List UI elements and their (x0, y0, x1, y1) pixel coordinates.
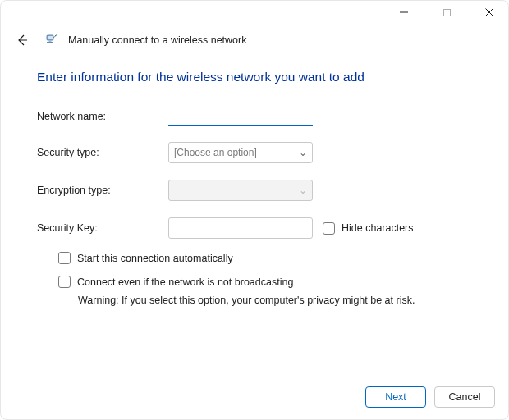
chevron-down-icon: ⌄ (299, 185, 307, 196)
connect-hidden-checkbox[interactable] (58, 276, 71, 288)
maximize-icon (443, 8, 452, 17)
auto-connect-checkbox[interactable] (58, 252, 71, 264)
chevron-down-icon: ⌄ (299, 147, 307, 158)
row-encryption-type: Encryption type: ⌄ (37, 180, 487, 201)
row-security-key: Security Key: Hide characters (37, 217, 487, 239)
network-name-input[interactable] (168, 107, 313, 126)
hide-characters-checkbox[interactable] (323, 222, 335, 235)
close-icon (484, 7, 494, 17)
footer: Next Cancel (1, 378, 508, 419)
security-type-select[interactable]: [Choose an option] ⌄ (168, 142, 313, 163)
minimize-button[interactable] (390, 2, 418, 22)
row-security-type: Security type: [Choose an option] ⌄ (37, 142, 487, 163)
security-key-label: Security Key: (37, 222, 168, 234)
content-area: Enter information for the wireless netwo… (1, 55, 508, 378)
row-network-name: Network name: (37, 107, 487, 126)
svg-line-7 (53, 35, 57, 39)
encryption-type-select: ⌄ (168, 180, 313, 201)
hide-characters-label: Hide characters (342, 222, 414, 234)
svg-rect-10 (49, 40, 52, 42)
security-key-input[interactable] (168, 217, 313, 239)
auto-connect-label: Start this connection automatically (77, 253, 233, 264)
warning-text: Warning: If you select this option, your… (78, 294, 487, 306)
maximize-button[interactable] (433, 2, 461, 22)
svg-rect-6 (48, 36, 53, 39)
security-type-value: [Choose an option] (174, 147, 257, 158)
network-name-label: Network name: (37, 111, 168, 122)
svg-rect-1 (443, 9, 450, 16)
cancel-button[interactable]: Cancel (434, 386, 495, 408)
wireless-network-icon (44, 32, 60, 48)
row-connect-hidden: Connect even if the network is not broad… (58, 276, 487, 288)
svg-point-8 (57, 34, 57, 34)
security-type-label: Security type: (37, 147, 168, 158)
back-button[interactable] (12, 30, 32, 50)
encryption-type-label: Encryption type: (37, 185, 168, 196)
svg-point-9 (55, 35, 56, 36)
header: Manually connect to a wireless network (1, 24, 508, 55)
svg-rect-11 (47, 42, 53, 43)
row-auto-connect: Start this connection automatically (58, 252, 487, 264)
wizard-title: Manually connect to a wireless network (68, 34, 246, 46)
next-button[interactable]: Next (365, 386, 426, 408)
close-button[interactable] (475, 2, 503, 22)
minimize-icon (399, 7, 409, 17)
wizard-window: Manually connect to a wireless network E… (0, 0, 509, 420)
page-heading: Enter information for the wireless netwo… (37, 70, 487, 84)
back-arrow-icon (16, 34, 29, 47)
connect-hidden-label: Connect even if the network is not broad… (77, 276, 293, 288)
titlebar (1, 1, 508, 24)
